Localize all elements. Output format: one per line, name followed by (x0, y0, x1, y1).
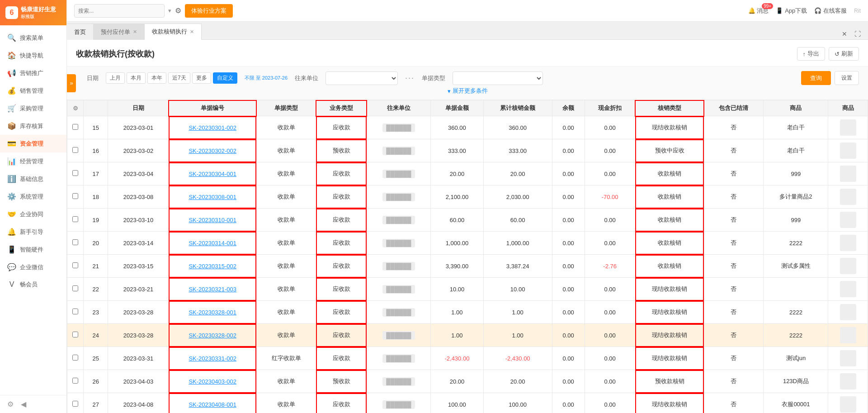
sidebar-item-wechat[interactable]: 💬企业微信 (0, 258, 66, 276)
doc-no-link[interactable]: SK-20230328-002 (189, 332, 236, 339)
row-checkbox[interactable] (72, 216, 78, 222)
doc-no-link[interactable]: SK-20230315-002 (189, 263, 236, 270)
expand-filters-button[interactable]: ▾ 展开更多条件 (448, 87, 488, 95)
doc-no-link[interactable]: SK-20230321-003 (189, 286, 236, 293)
product-cell: 999 (764, 209, 828, 232)
tab-close-collection[interactable]: ✕ (190, 29, 194, 35)
amount-cell: 20.00 (431, 162, 483, 185)
row-checkbox[interactable] (72, 332, 78, 337)
this-year-btn[interactable]: 本年 (147, 72, 166, 84)
collapse-icon[interactable]: ◀ (21, 400, 26, 408)
export-button[interactable]: ↑ 导出 (797, 47, 826, 61)
sidebar-item-purchase[interactable]: 🛒采购管理 (0, 100, 66, 117)
col-biztype-header: 业务类型 (316, 100, 367, 116)
table-row: 24 2023-03-28 SK-20230328-002 收款单 应收款 ██… (67, 324, 868, 347)
doc-no-link[interactable]: SK-20230308-001 (189, 194, 236, 200)
tab-close-prepay[interactable]: ✕ (133, 29, 137, 35)
row-checkbox[interactable] (72, 285, 78, 291)
refresh-button[interactable]: ↺ 刷新 (829, 47, 859, 61)
sidebar-item-inventory[interactable]: 📦库存核算 (0, 117, 66, 135)
sidebar-item-operations[interactable]: 📊经营管理 (0, 152, 66, 170)
docno-cell: SK-20230310-001 (169, 209, 256, 232)
more-filters-icon: ··· (405, 73, 415, 83)
table-container: ⚙ 日期 单据编号 单据类型 业务类型 往来单位 单据金额 累计核销金额 余额 … (67, 100, 868, 413)
settings-icon[interactable]: ⚙ (7, 400, 14, 408)
sidebar-item-sysadmin[interactable]: ⚙️系统管理 (0, 188, 66, 205)
row-checkbox[interactable] (72, 170, 78, 176)
doc-no-link[interactable]: SK-20230408-001 (189, 401, 236, 408)
search-input[interactable] (74, 4, 165, 18)
row-checkbox[interactable] (72, 262, 78, 268)
row-checkbox[interactable] (72, 378, 78, 384)
sidebar-item-guide[interactable]: 🔔新手引导 (0, 223, 66, 241)
product2-cell (828, 301, 868, 324)
sidebar-item-collab[interactable]: 🤝企业协同 (0, 205, 66, 223)
filter-settings-button[interactable]: 设置 (835, 71, 859, 85)
hardware-icon: 📱 (7, 245, 16, 254)
doctype-cell: 收款单 (256, 301, 316, 324)
online-service-link[interactable]: 🎧 在线客服 (814, 7, 847, 15)
finance-icon: 💳 (7, 139, 16, 148)
product-cell: 衣服00001 (764, 393, 828, 413)
row-checkbox[interactable] (72, 124, 78, 130)
row-checkbox[interactable] (72, 309, 78, 314)
tab-home[interactable]: 首页 (67, 24, 94, 40)
row-checkbox[interactable] (72, 239, 78, 245)
col-rownum-header (84, 100, 108, 116)
tab-collection[interactable]: 收款核销执行 ✕ (145, 24, 202, 40)
row-checkbox[interactable] (72, 355, 78, 361)
balance-cell: 0.00 (552, 232, 585, 255)
doc-no-link[interactable]: SK-20230328-001 (189, 309, 236, 316)
sidebar-item-search[interactable]: 🔍搜索菜单 (0, 29, 66, 47)
doc-no-link[interactable]: SK-20230302-002 (189, 147, 236, 154)
last-month-btn[interactable]: 上月 (106, 72, 125, 84)
row-checkbox[interactable] (72, 147, 78, 153)
maximize-button[interactable]: ⛶ (851, 28, 864, 39)
solution-button[interactable]: 体验行业方案 (185, 4, 233, 18)
user-name[interactable]: Rit (854, 8, 861, 14)
doc-no-link[interactable]: SK-20230403-002 (189, 378, 236, 385)
row-checkbox-cell (67, 232, 84, 255)
product-cell: 测试多属性 (764, 255, 828, 278)
doc-no-link[interactable]: SK-20230301-002 (189, 124, 236, 131)
query-button[interactable]: 查询 (801, 71, 831, 85)
row-checkbox[interactable] (72, 401, 78, 407)
doc-no-link[interactable]: SK-20230310-001 (189, 217, 236, 223)
doc-no-link[interactable]: SK-20230331-002 (189, 355, 236, 362)
doc-no-link[interactable]: SK-20230314-001 (189, 240, 236, 247)
message-button[interactable]: 🔔 消息 99+ (748, 7, 769, 15)
product-cell (764, 278, 828, 301)
row-checkbox[interactable] (72, 193, 78, 199)
marketing-icon: 📢 (7, 69, 16, 77)
sidebar-item-sales[interactable]: 💰销售管理 (0, 82, 66, 100)
dropdown-arrow-icon[interactable]: ▾ (168, 7, 171, 14)
counterparty-select[interactable] (326, 71, 398, 85)
filter-toggle-button[interactable]: » (67, 74, 76, 92)
doc-type-select[interactable] (453, 71, 543, 85)
biztype-cell: 应收款 (316, 324, 367, 347)
product2-cell (828, 116, 868, 139)
tab-prepay[interactable]: 预付应付单 ✕ (94, 24, 145, 40)
writeoff-type-cell: 现结收款核销 (635, 301, 704, 324)
more-date-btn[interactable]: 更多 (192, 72, 211, 84)
table-row: 27 2023-04-08 SK-20230408-001 收款单 应收款 ██… (67, 393, 868, 413)
sidebar-item-member[interactable]: V畅会员 (0, 276, 66, 293)
gear-icon[interactable]: ⚙ (175, 6, 181, 15)
cash-discount-cell: 0.00 (585, 324, 635, 347)
custom-date-btn[interactable]: 自定义 (213, 72, 237, 84)
row-checkbox-cell (67, 116, 84, 139)
biztype-cell: 应收款 (316, 301, 367, 324)
last-7-days-btn[interactable]: 近7天 (168, 72, 190, 84)
sidebar-item-finance[interactable]: 💳资金管理 (0, 135, 66, 152)
close-all-tabs-button[interactable]: ✕ (838, 28, 851, 39)
table-row: 25 2023-03-31 SK-20230331-002 红字收款单 应收款 … (67, 347, 868, 370)
cash-discount-cell: 0.00 (585, 347, 635, 370)
sidebar-item-quicknav[interactable]: 🏠快捷导航 (0, 47, 66, 64)
doc-no-link[interactable]: SK-20230304-001 (189, 171, 236, 177)
sidebar-item-marketing[interactable]: 📢营销推广 (0, 64, 66, 82)
sidebar-item-basicinfo[interactable]: ℹ️基础信息 (0, 170, 66, 188)
this-month-btn[interactable]: 本月 (127, 72, 146, 84)
doctype-cell: 收款单 (256, 209, 316, 232)
app-download-link[interactable]: 📱 App下载 (776, 7, 807, 15)
sidebar-item-hardware[interactable]: 📱智能硬件 (0, 241, 66, 258)
